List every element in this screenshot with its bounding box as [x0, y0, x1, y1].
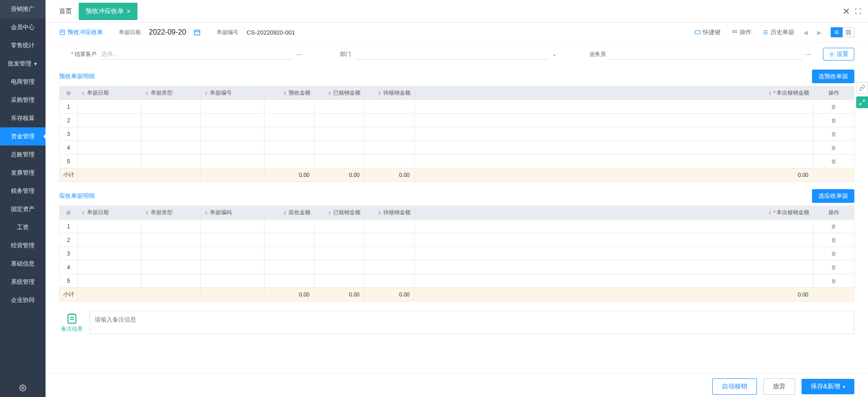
clerk-more-icon[interactable]: ⋯: [802, 51, 814, 58]
sidebar-item-basic[interactable]: 基础信息: [0, 255, 46, 273]
table-row[interactable]: 2🗑: [60, 114, 854, 127]
table-row[interactable]: 2🗑: [60, 233, 854, 247]
th-this[interactable]: ▲▼*本次核销金额: [415, 86, 813, 100]
delete-icon[interactable]: 🗑: [831, 117, 837, 124]
view-grid-button[interactable]: [843, 27, 854, 37]
th-type[interactable]: ▲▼单据类型: [142, 206, 201, 220]
sidebar-item-marketing[interactable]: 营销推广: [0, 0, 46, 18]
date-label: 单据日期: [119, 29, 141, 36]
sidebar-settings-button[interactable]: [0, 379, 46, 397]
remark-input[interactable]: [90, 311, 854, 334]
fullscreen-icon[interactable]: ⛶: [855, 8, 861, 15]
sidebar-item-ledger[interactable]: 总账管理: [0, 146, 46, 164]
svg-rect-8: [695, 31, 700, 34]
doc-title[interactable]: 预收冲应收单: [59, 28, 103, 36]
delete-icon[interactable]: 🗑: [831, 223, 837, 230]
th-type[interactable]: ▲▼单据类型: [142, 86, 201, 100]
th-date[interactable]: ▲▼单据日期: [78, 86, 142, 100]
department-input[interactable]: [355, 49, 549, 60]
sidebar-item-collab[interactable]: 企业协同: [0, 291, 46, 309]
svg-rect-4: [194, 30, 200, 35]
th-pending[interactable]: ▲▼待核销金额: [365, 206, 415, 220]
table-row[interactable]: 1🗑: [60, 100, 854, 114]
th-written[interactable]: ▲▼已核销金额: [315, 206, 365, 220]
view-list-button[interactable]: [831, 27, 843, 37]
table-row[interactable]: 4🗑: [60, 261, 854, 274]
sidebar-item-funds[interactable]: 资金管理: [0, 127, 46, 146]
svg-point-0: [22, 387, 24, 389]
table-row[interactable]: 3🗑: [60, 247, 854, 261]
discard-button[interactable]: 放弃: [763, 378, 795, 395]
sidebar-item-tax[interactable]: 税务管理: [0, 182, 46, 200]
document-icon: [59, 29, 66, 35]
customer-input[interactable]: [100, 49, 293, 60]
sidebar-item-member[interactable]: 会员中心: [0, 18, 46, 36]
subtotal-label: 小计: [60, 288, 78, 302]
auto-writeoff-button[interactable]: 自动核销: [712, 378, 757, 395]
svg-rect-9: [732, 30, 733, 31]
sidebar-item-wholesale[interactable]: 批发管理▼: [0, 55, 46, 73]
sidebar-item-salary[interactable]: 工资: [0, 218, 46, 236]
th-pending[interactable]: ▲▼待核销金额: [365, 86, 415, 100]
tab-advance-offset[interactable]: 预收冲应收单✕: [79, 3, 137, 20]
advance-table: ⚙ ▲▼单据日期 ▲▼单据类型 ▲▼单据编号 ▲▼预收金额 ▲▼已核销金额 ▲▼…: [59, 86, 854, 182]
calendar-icon[interactable]: [193, 29, 201, 36]
delete-icon[interactable]: 🗑: [831, 264, 837, 271]
table-row[interactable]: 1🗑: [60, 220, 854, 233]
history-button[interactable]: 历史单据: [762, 28, 794, 36]
delete-icon[interactable]: 🗑: [831, 158, 837, 165]
operate-button[interactable]: 操作: [731, 28, 751, 36]
chevron-down-icon[interactable]: ⌄: [549, 51, 559, 57]
delete-icon[interactable]: 🗑: [831, 104, 837, 110]
grid-view-icon: [845, 29, 852, 35]
clerk-input[interactable]: [609, 49, 802, 60]
sidebar-item-invoice[interactable]: 发票管理: [0, 164, 46, 182]
svg-rect-21: [846, 30, 848, 32]
link-icon[interactable]: [856, 82, 868, 94]
delete-icon[interactable]: 🗑: [831, 251, 837, 257]
delete-icon[interactable]: 🗑: [831, 278, 837, 284]
svg-line-33: [860, 103, 862, 105]
select-receivable-button[interactable]: 选应收单据: [812, 189, 854, 203]
date-value[interactable]: 2022-09-20: [149, 28, 186, 36]
expand-icon[interactable]: [856, 96, 868, 108]
delete-icon[interactable]: 🗑: [831, 145, 837, 151]
sidebar-item-purchase[interactable]: 采购管理: [0, 91, 46, 109]
sidebar-item-operation[interactable]: 经营管理: [0, 236, 46, 255]
th-amount[interactable]: ▲▼预收金额: [264, 86, 315, 100]
th-operate: 操作: [813, 86, 854, 100]
table-row[interactable]: 5🗑: [60, 274, 854, 288]
sidebar-item-assets[interactable]: 固定资产: [0, 200, 46, 218]
th-date[interactable]: ▲▼单据日期: [78, 206, 142, 220]
prev-doc-button[interactable]: ◀: [803, 29, 808, 36]
shortcut-button[interactable]: 快捷键: [695, 28, 721, 36]
th-no[interactable]: ▲▼单据编号: [201, 86, 264, 100]
next-doc-button[interactable]: ▶: [817, 29, 822, 36]
select-advance-button[interactable]: 选预收单据: [812, 70, 854, 83]
th-amount[interactable]: ▲▼应收金额: [264, 206, 315, 220]
note-icon: [66, 312, 78, 324]
setting-button[interactable]: 设置: [823, 48, 854, 60]
sidebar-item-system[interactable]: 系统管理: [0, 273, 46, 291]
table-config-button[interactable]: ⚙: [60, 86, 78, 100]
delete-icon[interactable]: 🗑: [831, 131, 837, 137]
save-new-button[interactable]: 保存&新增▾: [802, 379, 854, 394]
table-config-button[interactable]: ⚙: [60, 206, 78, 220]
close-icon[interactable]: ✕: [127, 9, 131, 14]
sidebar-item-retail-stats[interactable]: 零售统计: [0, 36, 46, 55]
th-written[interactable]: ▲▼已核销金额: [315, 86, 365, 100]
tab-home[interactable]: 首页: [52, 3, 79, 20]
keyboard-icon: [695, 29, 701, 35]
sidebar-item-ecommerce[interactable]: 电商管理: [0, 73, 46, 91]
close-all-tabs[interactable]: ✕: [838, 6, 855, 17]
th-code[interactable]: ▲▼单据编码: [201, 206, 264, 220]
th-this[interactable]: ▲▼*本次核销金额: [415, 206, 813, 220]
table-row[interactable]: 4🗑: [60, 141, 854, 155]
sidebar-item-inventory[interactable]: 库存核算: [0, 109, 46, 127]
delete-icon[interactable]: 🗑: [831, 237, 837, 243]
customer-more-icon[interactable]: ⋯: [293, 51, 305, 58]
table-row[interactable]: 5🗑: [60, 155, 854, 168]
remark-label: 备注信息: [59, 311, 84, 334]
svg-point-25: [831, 53, 832, 55]
table-row[interactable]: 3🗑: [60, 127, 854, 141]
